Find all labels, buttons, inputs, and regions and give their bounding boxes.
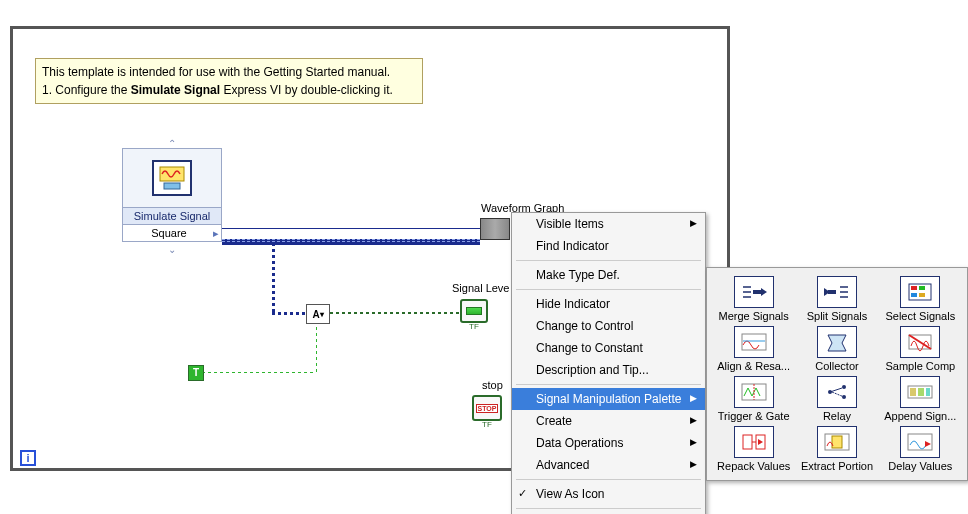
comment-box: This template is intended for use with t… [35, 58, 423, 104]
comparison-node[interactable]: A▾ [306, 304, 330, 324]
svg-rect-19 [918, 388, 924, 396]
expand-down-icon[interactable]: ⌄ [122, 244, 222, 255]
signal-manipulation-palette: Merge SignalsSplit SignalsSelect Signals… [706, 267, 968, 481]
svg-rect-21 [743, 435, 752, 449]
palette-item-relay[interactable]: Relay [796, 376, 877, 422]
waveform-graph-terminal[interactable] [480, 218, 510, 240]
palette-icon [817, 426, 857, 458]
palette-icon [817, 376, 857, 408]
simulate-signal-icon-box [122, 148, 222, 208]
menu-separator [516, 384, 701, 385]
palette-icon [900, 276, 940, 308]
palette-item-sample-comp[interactable]: Sample Comp [880, 326, 961, 372]
stop-label: stop [482, 379, 503, 391]
palette-icon [900, 426, 940, 458]
svg-rect-25 [832, 436, 842, 448]
svg-marker-3 [824, 288, 830, 296]
palette-item-repack-values[interactable]: Repack Values [713, 426, 794, 472]
menu-item-signal-manipulation-palette[interactable]: Signal Manipulation Palette▶ [512, 388, 705, 410]
palette-label: Split Signals [796, 310, 877, 322]
palette-item-select-signals[interactable]: Select Signals [880, 276, 961, 322]
palette-item-align-resa[interactable]: Align & Resa... [713, 326, 794, 372]
palette-item-trigger-gate[interactable]: Trigger & Gate [713, 376, 794, 422]
comment-line-2: 1. Configure the Simulate Signal Express… [42, 81, 416, 99]
palette-item-extract-portion[interactable]: Extract Portion [796, 426, 877, 472]
stop-terminal[interactable]: STOPTF [472, 395, 502, 421]
palette-label: Merge Signals [713, 310, 794, 322]
sine-wave-icon [154, 163, 190, 193]
stop-icon: STOP [476, 404, 499, 413]
chevron-down-icon: ▾ [320, 310, 324, 319]
palette-item-merge-signals[interactable]: Merge Signals [713, 276, 794, 322]
svg-rect-20 [926, 388, 930, 396]
loop-iteration-terminal[interactable]: i [20, 450, 36, 466]
svg-rect-6 [919, 286, 925, 290]
svg-marker-2 [761, 288, 767, 296]
palette-item-append-sign[interactable]: Append Sign... [880, 376, 961, 422]
palette-label: Repack Values [713, 460, 794, 472]
palette-icon [734, 276, 774, 308]
menu-item-advanced[interactable]: Advanced▶ [512, 454, 705, 476]
expand-up-icon[interactable]: ⌃ [122, 138, 222, 149]
boolean-true-constant[interactable]: T [188, 365, 204, 381]
palette-label: Align & Resa... [713, 360, 794, 372]
svg-rect-5 [911, 286, 917, 290]
menu-separator [516, 289, 701, 290]
svg-rect-0 [160, 167, 184, 181]
palette-label: Trigger & Gate [713, 410, 794, 422]
menu-item-view-as-icon[interactable]: View As Icon✓ [512, 483, 705, 505]
palette-item-split-signals[interactable]: Split Signals [796, 276, 877, 322]
palette-label: Select Signals [880, 310, 961, 322]
submenu-arrow-icon: ▶ [690, 459, 697, 469]
check-icon: ✓ [518, 487, 527, 500]
menu-item-description-and-tip[interactable]: Description and Tip... [512, 359, 705, 381]
palette-label: Extract Portion [796, 460, 877, 472]
signal-level-terminal[interactable]: TF [460, 299, 488, 323]
svg-point-15 [842, 385, 846, 389]
simulate-signal-output[interactable]: Square ▸ [122, 225, 222, 242]
menu-item-change-to-control[interactable]: Change to Control [512, 315, 705, 337]
palette-item-collector[interactable]: Collector [796, 326, 877, 372]
svg-rect-8 [919, 293, 925, 297]
palette-label: Append Sign... [880, 410, 961, 422]
context-menu: Visible Items▶Find IndicatorMake Type De… [511, 212, 706, 514]
palette-icon [817, 276, 857, 308]
menu-separator [516, 479, 701, 480]
submenu-arrow-icon: ▶ [690, 218, 697, 228]
menu-item-data-operations[interactable]: Data Operations▶ [512, 432, 705, 454]
menu-item-make-type-def[interactable]: Make Type Def. [512, 264, 705, 286]
palette-icon [734, 326, 774, 358]
palette-icon [817, 326, 857, 358]
simulate-signal-title: Simulate Signal [122, 208, 222, 225]
palette-icon [734, 426, 774, 458]
signal-level-label: Signal Leve [452, 282, 510, 294]
wire-bool-to-led [330, 312, 460, 314]
wire-bool-const [316, 316, 317, 372]
palette-label: Collector [796, 360, 877, 372]
svg-rect-7 [911, 293, 917, 297]
menu-item-create[interactable]: Create▶ [512, 410, 705, 432]
wire-branch-right [272, 312, 306, 315]
submenu-arrow-icon: ▶ [690, 415, 697, 425]
palette-item-delay-values[interactable]: Delay Values [880, 426, 961, 472]
wire-branch-down [272, 244, 275, 312]
wire-bool-const-h [196, 372, 316, 373]
palette-label: Sample Comp [880, 360, 961, 372]
simulate-signal-node[interactable]: ⌃ Simulate Signal Square ▸ ⌄ [122, 148, 222, 248]
menu-item-find-indicator[interactable]: Find Indicator [512, 235, 705, 257]
menu-separator [516, 260, 701, 261]
chevron-right-icon: ▸ [213, 227, 219, 240]
menu-item-hide-indicator[interactable]: Hide Indicator [512, 293, 705, 315]
svg-rect-1 [164, 183, 180, 189]
palette-icon [734, 376, 774, 408]
svg-rect-18 [910, 388, 916, 396]
palette-label: Delay Values [880, 460, 961, 472]
led-icon [466, 307, 482, 315]
palette-icon [900, 376, 940, 408]
menu-item-visible-items[interactable]: Visible Items▶ [512, 213, 705, 235]
palette-icon [900, 326, 940, 358]
wire-signal-main-top [222, 228, 480, 229]
submenu-arrow-icon: ▶ [690, 437, 697, 447]
submenu-arrow-icon: ▶ [690, 393, 697, 403]
menu-item-change-to-constant[interactable]: Change to Constant [512, 337, 705, 359]
